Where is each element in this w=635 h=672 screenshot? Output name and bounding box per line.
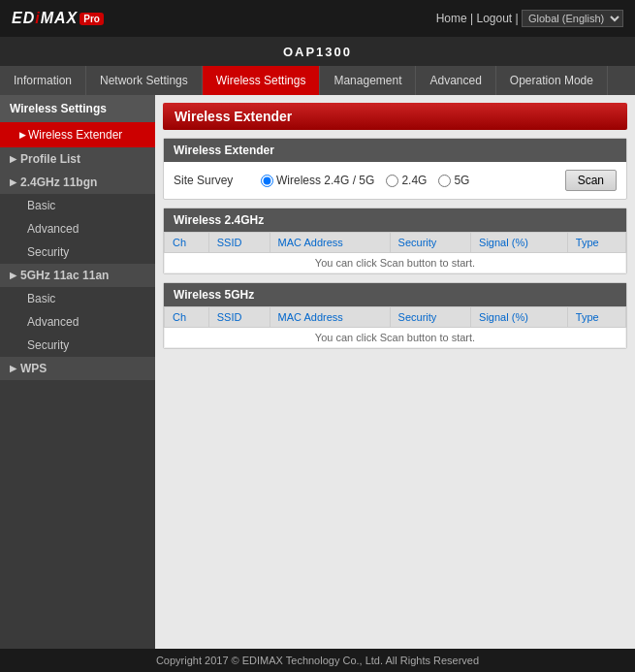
- page-title-bar: Wireless Extender: [163, 103, 627, 130]
- col-type: Type: [567, 233, 625, 253]
- table-empty-row-5g: You can click Scan button to start.: [165, 328, 626, 348]
- header: EDiMAX Pro Home | Logout | Global (Engli…: [0, 0, 635, 37]
- wireless-24ghz-body: Ch SSID MAC Address Security Signal (%) …: [164, 232, 626, 273]
- sidebar-header: Wireless Settings: [0, 95, 155, 122]
- sidebar-group-24ghz[interactable]: 2.4GHz 11bgn: [0, 171, 155, 194]
- col-signal-5g: Signal (%): [471, 307, 568, 328]
- col-ssid: SSID: [208, 233, 270, 253]
- sidebar-group-wps[interactable]: WPS: [0, 357, 155, 380]
- wireless-24ghz-header: Wireless 2.4GHz: [164, 208, 626, 232]
- nav-wireless-settings[interactable]: Wireless Settings: [203, 66, 321, 95]
- col-mac: MAC Address: [270, 233, 390, 253]
- col-mac-5g: MAC Address: [270, 307, 390, 328]
- footer: Copyright 2017 © EDIMAX Technology Co., …: [0, 649, 635, 672]
- table-empty-row: You can click Scan button to start.: [165, 253, 626, 273]
- wireless-24ghz-table: Ch SSID MAC Address Security Signal (%) …: [164, 232, 626, 273]
- sidebar-group-5ghz[interactable]: 5GHz 11ac 11an: [0, 264, 155, 287]
- table-header-row-5g: Ch SSID MAC Address Security Signal (%) …: [165, 307, 626, 328]
- header-links: Home | Logout | Global (English): [436, 10, 623, 27]
- radio-group: Wireless 2.4G / 5G 2.4G 5G: [261, 174, 556, 187]
- wireless-extender-section: Wireless Extender Site Survey Wireless 2…: [163, 138, 627, 200]
- col-ssid-5g: SSID: [208, 307, 270, 328]
- sidebar: Wireless Settings Wireless Extender Prof…: [0, 95, 155, 649]
- wireless-extender-section-header: Wireless Extender: [164, 139, 626, 162]
- wireless-extender-section-body: Site Survey Wireless 2.4G / 5G 2.4G 5: [164, 162, 626, 199]
- empty-message: You can click Scan button to start.: [165, 253, 626, 273]
- table-header-row: Ch SSID MAC Address Security Signal (%) …: [165, 233, 626, 253]
- sidebar-item-wireless-extender[interactable]: Wireless Extender: [0, 122, 155, 147]
- nav-bar: Information Network Settings Wireless Se…: [0, 66, 635, 95]
- col-ch-5g: Ch: [165, 307, 209, 328]
- logo-text: EDiMAX: [12, 10, 78, 27]
- sidebar-item-5ghz-security[interactable]: Security: [0, 334, 155, 357]
- radio-24g[interactable]: 2.4G: [386, 174, 427, 187]
- nav-operation-mode[interactable]: Operation Mode: [496, 66, 608, 95]
- logo-pro-badge: Pro: [79, 13, 104, 25]
- wireless-5ghz-header: Wireless 5GHz: [164, 283, 626, 306]
- sidebar-item-5ghz-advanced[interactable]: Advanced: [0, 310, 155, 334]
- site-survey-label: Site Survey: [174, 174, 251, 187]
- wireless-5ghz-body: Ch SSID MAC Address Security Signal (%) …: [164, 306, 626, 348]
- content-area: Wireless Extender Wireless Extender Site…: [155, 95, 635, 649]
- scan-button[interactable]: Scan: [565, 170, 617, 191]
- empty-message-5g: You can click Scan button to start.: [165, 328, 626, 348]
- nav-management[interactable]: Management: [320, 66, 416, 95]
- nav-advanced[interactable]: Advanced: [416, 66, 495, 95]
- sidebar-item-5ghz-basic[interactable]: Basic: [0, 287, 155, 310]
- nav-information[interactable]: Information: [0, 66, 86, 95]
- model-bar: OAP1300: [0, 37, 635, 66]
- col-signal: Signal (%): [471, 233, 568, 253]
- main-layout: Wireless Settings Wireless Extender Prof…: [0, 95, 635, 649]
- wireless-5ghz-section: Wireless 5GHz Ch SSID MAC Address Securi…: [163, 282, 627, 349]
- model-name: OAP1300: [283, 45, 352, 59]
- page-title: Wireless Extender: [175, 109, 292, 124]
- sidebar-group-profile-list[interactable]: Profile List: [0, 147, 155, 171]
- radio-24g-5g[interactable]: Wireless 2.4G / 5G: [261, 174, 374, 187]
- site-survey-row: Site Survey Wireless 2.4G / 5G 2.4G 5: [174, 170, 617, 191]
- language-select[interactable]: Global (English): [522, 10, 623, 27]
- wireless-5ghz-table: Ch SSID MAC Address Security Signal (%) …: [164, 306, 626, 348]
- wireless-24ghz-section: Wireless 2.4GHz Ch SSID MAC Address Secu…: [163, 208, 627, 274]
- nav-network-settings[interactable]: Network Settings: [86, 66, 203, 95]
- logout-link[interactable]: Logout: [477, 12, 513, 25]
- radio-5g[interactable]: 5G: [438, 174, 469, 187]
- sidebar-item-24ghz-advanced[interactable]: Advanced: [0, 217, 155, 240]
- sidebar-item-24ghz-basic[interactable]: Basic: [0, 194, 155, 217]
- sidebar-item-24ghz-security[interactable]: Security: [0, 240, 155, 264]
- home-link[interactable]: Home: [436, 12, 467, 25]
- copyright-text: Copyright 2017 © EDIMAX Technology Co., …: [156, 655, 479, 666]
- col-security: Security: [390, 233, 471, 253]
- col-type-5g: Type: [567, 307, 625, 328]
- col-ch: Ch: [165, 233, 209, 253]
- logo: EDiMAX Pro: [12, 10, 104, 27]
- col-security-5g: Security: [390, 307, 471, 328]
